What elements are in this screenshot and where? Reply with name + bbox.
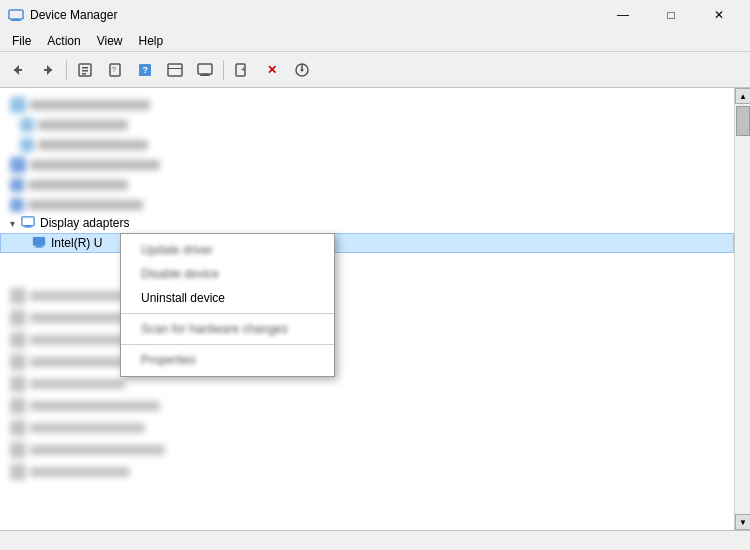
svg-rect-8: [82, 67, 88, 69]
svg-rect-10: [82, 73, 86, 75]
display-adapter-icon: [20, 215, 36, 231]
svg-rect-6: [44, 69, 52, 71]
svg-rect-19: [200, 75, 210, 76]
ctx-separator-2: [121, 344, 334, 345]
display-adapters-item[interactable]: ▾ Display adapters: [0, 213, 734, 233]
svg-text:?: ?: [143, 65, 149, 75]
svg-rect-4: [14, 69, 22, 71]
expand-arrow: ▾: [4, 218, 20, 229]
window-controls[interactable]: — □ ✕: [600, 0, 742, 30]
main-content: ▾ Display adapters: [0, 88, 750, 530]
toolbar: ? ? + ✕: [0, 52, 750, 88]
add-driver-button[interactable]: +: [228, 56, 256, 84]
maximize-button[interactable]: □: [648, 0, 694, 30]
scrollbar[interactable]: ▲ ▼: [734, 88, 750, 530]
scan-button[interactable]: [288, 56, 316, 84]
uninstall-button[interactable]: ✕: [258, 56, 286, 84]
display-adapters-label: Display adapters: [40, 216, 129, 230]
title-bar: Device Manager — □ ✕: [0, 0, 750, 30]
intel-device-label: Intel(R) U: [51, 236, 102, 250]
svg-text:+: +: [241, 65, 246, 74]
menu-action[interactable]: Action: [39, 32, 88, 50]
svg-rect-31: [35, 247, 44, 248]
ctx-update-driver[interactable]: Update driver: [121, 238, 334, 262]
ctx-uninstall-device[interactable]: Uninstall device: [121, 286, 334, 310]
tree-blurred-top: [0, 92, 734, 218]
window-title: Device Manager: [30, 8, 600, 22]
update-driver-button[interactable]: ?: [101, 56, 129, 84]
svg-rect-29: [33, 237, 45, 246]
status-bar: [0, 530, 750, 550]
svg-rect-17: [198, 64, 212, 74]
scroll-down-button[interactable]: ▼: [735, 514, 750, 530]
svg-text:✕: ✕: [267, 63, 277, 77]
svg-rect-16: [168, 68, 182, 69]
separator-1: [66, 60, 67, 80]
display-adapters-section: ▾ Display adapters: [0, 213, 734, 253]
svg-rect-0: [9, 10, 23, 19]
svg-rect-26: [22, 217, 34, 226]
svg-rect-15: [168, 64, 182, 76]
close-button[interactable]: ✕: [696, 0, 742, 30]
tree-panel[interactable]: ▾ Display adapters: [0, 88, 734, 530]
back-button[interactable]: [4, 56, 32, 84]
toggle-view-button[interactable]: [161, 56, 189, 84]
computer-button[interactable]: [191, 56, 219, 84]
ctx-scan-hardware[interactable]: Scan for hardware changes: [121, 317, 334, 341]
help-button[interactable]: ?: [131, 56, 159, 84]
forward-button[interactable]: [34, 56, 62, 84]
intel-device-icon: [31, 235, 47, 251]
tree-blurred-bottom: [0, 283, 734, 483]
svg-rect-2: [11, 20, 21, 21]
svg-rect-28: [24, 227, 33, 228]
ctx-properties[interactable]: Properties: [121, 348, 334, 372]
separator-2: [223, 60, 224, 80]
properties-button[interactable]: [71, 56, 99, 84]
menu-help[interactable]: Help: [131, 32, 172, 50]
app-icon: [8, 7, 24, 23]
menu-bar: File Action View Help: [0, 30, 750, 52]
ctx-disable-device[interactable]: Disable device: [121, 262, 334, 286]
menu-file[interactable]: File: [4, 32, 39, 50]
ctx-separator: [121, 313, 334, 314]
scroll-thumb[interactable]: [736, 106, 750, 136]
svg-text:?: ?: [112, 66, 116, 73]
minimize-button[interactable]: —: [600, 0, 646, 30]
svg-rect-9: [82, 70, 88, 72]
scroll-up-button[interactable]: ▲: [735, 88, 750, 104]
intel-device-item[interactable]: Intel(R) U: [0, 233, 734, 253]
context-menu[interactable]: Update driver Disable device Uninstall d…: [120, 233, 335, 377]
svg-point-25: [301, 68, 304, 71]
scroll-track[interactable]: [735, 138, 750, 514]
menu-view[interactable]: View: [89, 32, 131, 50]
